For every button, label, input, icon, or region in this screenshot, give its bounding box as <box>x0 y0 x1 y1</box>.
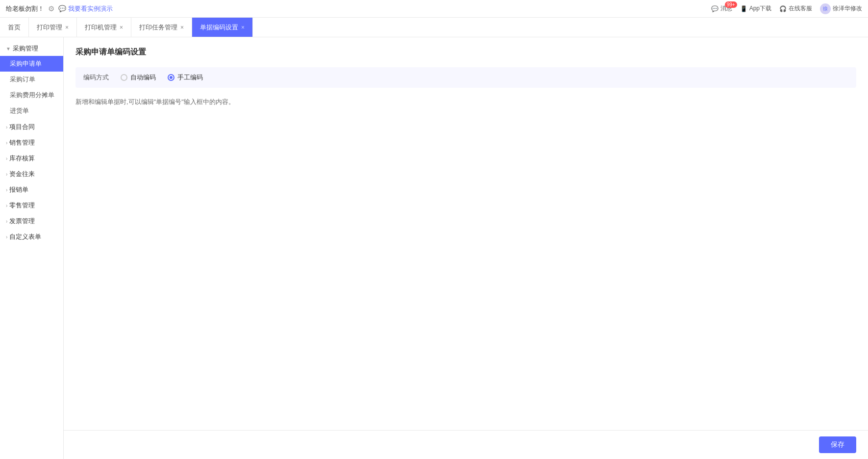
message-icon: 💬 <box>711 5 719 12</box>
app-download-button[interactable]: 📱 App下载 <box>740 4 771 13</box>
sidebar-group-project-header[interactable]: › 项目合同 <box>0 120 63 134</box>
sidebar-group-purchase-mgmt: ▼ 采购管理 采购申请单 采购订单 采购费用分摊单 进货单 <box>0 41 63 119</box>
tab-single-code-setting-close[interactable]: × <box>241 24 245 31</box>
content-footer: 保存 <box>64 430 868 459</box>
manual-code-label: 手工编码 <box>177 73 203 82</box>
headset-icon: 🎧 <box>779 5 787 12</box>
tab-print-task-mgmt-label: 打印任务管理 <box>139 23 177 32</box>
sidebar-group-custom-label: 自定义表单 <box>9 232 41 241</box>
sidebar-group-project-contract: › 项目合同 <box>0 120 63 134</box>
sidebar-group-inventory-label: 库存核算 <box>9 154 35 163</box>
tab-print-task-mgmt[interactable]: 打印任务管理 × <box>131 18 192 37</box>
chevron-right-icon-retail: › <box>6 203 7 208</box>
sidebar-group-invoice: › 发票管理 <box>0 214 63 229</box>
sidebar-group-invoice-label: 发票管理 <box>9 217 35 226</box>
auto-code-option[interactable]: 自动编码 <box>121 73 156 82</box>
main-layout: ▼ 采购管理 采购申请单 采购订单 采购费用分摊单 进货单 › 项目合同 › 销… <box>0 37 868 459</box>
sidebar-group-sales-label: 销售管理 <box>9 138 35 147</box>
content-main: 采购申请单编码设置 编码方式 自动编码 手工编码 新增和编辑单据时,可以编辑"单… <box>64 37 868 430</box>
chevron-right-icon: › <box>6 125 7 130</box>
sidebar: ▼ 采购管理 采购申请单 采购订单 采购费用分摊单 进货单 › 项目合同 › 销… <box>0 37 64 459</box>
tab-print-mgmt-close[interactable]: × <box>65 24 69 31</box>
sidebar-group-purchase-mgmt-header[interactable]: ▼ 采购管理 <box>0 41 63 56</box>
chevron-right-icon-returns: › <box>6 187 7 193</box>
avatar: 徐 <box>820 3 831 14</box>
user-menu[interactable]: 徐 徐泽华修改 <box>820 3 862 14</box>
tab-single-code-setting[interactable]: 单据编码设置 × <box>192 18 253 37</box>
sidebar-group-inventory-header[interactable]: › 库存核算 <box>0 151 63 166</box>
tab-print-task-mgmt-close[interactable]: × <box>180 24 184 31</box>
chevron-right-icon-invoice: › <box>6 219 7 224</box>
coding-method-row: 编码方式 自动编码 手工编码 <box>75 67 856 88</box>
sidebar-group-project-label: 项目合同 <box>9 123 35 131</box>
demo-text: 我要看实例演示 <box>68 4 113 13</box>
sidebar-group-retail: › 零售管理 <box>0 198 63 213</box>
sidebar-item-stock-in[interactable]: 进货单 <box>0 103 63 119</box>
coding-method-label: 编码方式 <box>83 73 109 82</box>
chevron-right-icon-inventory: › <box>6 156 7 161</box>
hint-text: 新增和编辑单据时,可以编辑"单据编号"输入框中的内容。 <box>75 98 856 106</box>
page-title: 采购申请单编码设置 <box>75 47 856 57</box>
message-button[interactable]: 💬 消息 99+ <box>711 4 732 13</box>
user-name: 徐泽华修改 <box>833 4 862 13</box>
tab-print-mgmt[interactable]: 打印管理 × <box>29 18 77 37</box>
sidebar-group-custom-forms: › 自定义表单 <box>0 230 63 244</box>
app-title: 给老板勿割！ <box>6 4 44 13</box>
demo-link[interactable]: 我要看实例演示 <box>58 4 113 13</box>
sidebar-item-purchase-order[interactable]: 采购订单 <box>0 72 63 87</box>
tab-printer-mgmt-label: 打印机管理 <box>85 23 117 32</box>
tab-printer-mgmt-close[interactable]: × <box>120 24 123 31</box>
tab-home[interactable]: 首页 <box>0 18 29 37</box>
tab-home-label: 首页 <box>8 23 21 32</box>
manual-code-option[interactable]: 手工编码 <box>168 73 203 82</box>
sidebar-item-purchase-expense[interactable]: 采购费用分摊单 <box>0 87 63 103</box>
tab-single-code-setting-label: 单据编码设置 <box>200 23 238 32</box>
service-label: 在线客服 <box>789 4 812 13</box>
sidebar-group-purchase-label: 采购管理 <box>13 44 38 53</box>
sidebar-group-inventory: › 库存核算 <box>0 151 63 166</box>
phone-icon: 📱 <box>740 5 747 12</box>
tab-printer-mgmt[interactable]: 打印机管理 × <box>77 18 131 37</box>
auto-code-radio[interactable] <box>121 74 127 81</box>
message-badge: 99+ <box>725 1 737 8</box>
manual-code-radio[interactable] <box>168 74 174 81</box>
top-bar-right: 💬 消息 99+ 📱 App下载 🎧 在线客服 徐 徐泽华修改 <box>711 3 862 14</box>
sidebar-group-capital: › 资金往来 <box>0 167 63 181</box>
app-download-label: App下载 <box>749 4 771 13</box>
sidebar-group-retail-label: 零售管理 <box>9 201 35 210</box>
tab-print-mgmt-label: 打印管理 <box>37 23 62 32</box>
sidebar-group-capital-label: 资金往来 <box>9 170 35 178</box>
content-area: 采购申请单编码设置 编码方式 自动编码 手工编码 新增和编辑单据时,可以编辑"单… <box>64 37 868 459</box>
sidebar-group-sales-mgmt: › 销售管理 <box>0 135 63 150</box>
chevron-down-icon: ▼ <box>6 46 11 51</box>
sidebar-group-returns: › 报销单 <box>0 182 63 197</box>
online-service-button[interactable]: 🎧 在线客服 <box>779 4 812 13</box>
chevron-right-icon-custom: › <box>6 234 7 240</box>
top-bar-left: 给老板勿割！ ⚙ 我要看实例演示 <box>6 4 113 13</box>
chevron-right-icon-sales: › <box>6 140 7 146</box>
sidebar-group-returns-header[interactable]: › 报销单 <box>0 182 63 197</box>
sidebar-group-capital-header[interactable]: › 资金往来 <box>0 167 63 181</box>
tab-bar: 首页 打印管理 × 打印机管理 × 打印任务管理 × 单据编码设置 × <box>0 18 868 37</box>
sidebar-group-sales-header[interactable]: › 销售管理 <box>0 135 63 150</box>
settings-icon[interactable]: ⚙ <box>48 4 54 13</box>
sidebar-group-custom-header[interactable]: › 自定义表单 <box>0 230 63 244</box>
chevron-right-icon-capital: › <box>6 172 7 177</box>
sidebar-group-invoice-header[interactable]: › 发票管理 <box>0 214 63 229</box>
top-bar: 给老板勿割！ ⚙ 我要看实例演示 💬 消息 99+ 📱 App下载 🎧 在线客服… <box>0 0 868 18</box>
sidebar-group-returns-label: 报销单 <box>9 185 28 194</box>
sidebar-item-purchase-request[interactable]: 采购申请单 <box>0 56 63 72</box>
sidebar-group-retail-header[interactable]: › 零售管理 <box>0 198 63 213</box>
auto-code-label: 自动编码 <box>130 73 156 82</box>
save-button[interactable]: 保存 <box>819 436 856 453</box>
